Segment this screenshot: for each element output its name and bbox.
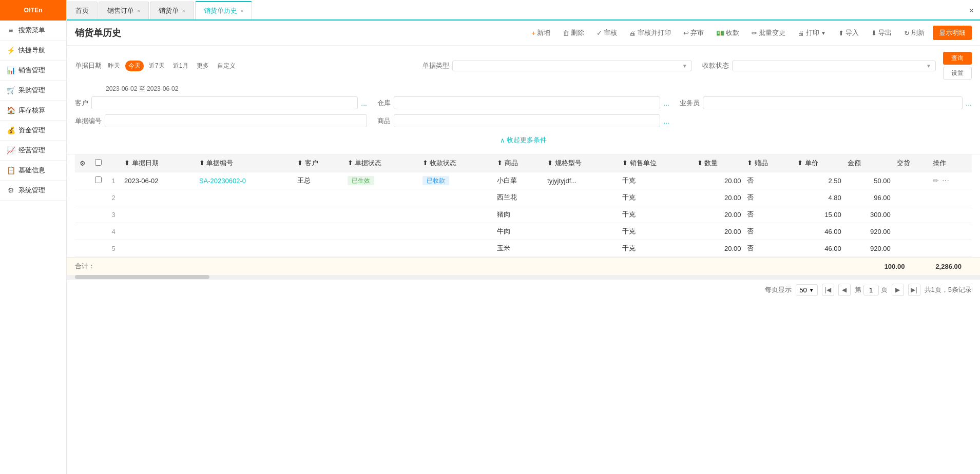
edit-action-icon[interactable]: ✏ — [933, 176, 939, 185]
row-amount: 920.00 — [844, 223, 894, 240]
query-button[interactable]: 查询 — [943, 52, 972, 65]
sidebar-item-finance-mgmt[interactable]: 💰 资金管理 — [0, 121, 66, 141]
delete-button[interactable]: 🗑 删除 — [559, 26, 588, 40]
page-number-input[interactable] — [863, 285, 879, 295]
horizontal-scrollbar[interactable] — [67, 275, 980, 279]
add-button[interactable]: + 新增 — [528, 26, 555, 40]
sidebar-item-sys-mgmt[interactable]: ⚙ 系统管理 — [0, 181, 66, 201]
date-tag-1month[interactable]: 近1月 — [170, 61, 192, 71]
row-check-cell[interactable] — [90, 240, 106, 257]
window-close-button[interactable]: × — [963, 2, 980, 19]
th-customer-label: ⬆ 客户 — [297, 159, 318, 167]
th-gear[interactable]: ⚙ — [75, 154, 90, 172]
doc-type-select[interactable]: ▼ — [452, 61, 692, 71]
th-price[interactable]: ⬆ 单价 — [794, 154, 844, 172]
import-button[interactable]: ⬆ 导入 — [834, 26, 863, 40]
sidebar-item-quick-nav[interactable]: ⚡ 快捷导航 — [0, 41, 66, 61]
product-input[interactable] — [394, 114, 660, 127]
customer-input[interactable] — [91, 96, 358, 109]
last-page-button[interactable]: ▶| — [908, 284, 920, 296]
product-dots[interactable]: ... — [663, 117, 669, 125]
row-num: 2 — [106, 189, 121, 206]
audit-button[interactable]: ✓ 审核 — [592, 26, 621, 40]
print-dropdown-icon: ▼ — [821, 30, 826, 36]
row-docno[interactable]: SA-20230602-0 — [196, 172, 294, 189]
first-page-button[interactable]: |◀ — [822, 284, 834, 296]
docno-input[interactable] — [105, 114, 367, 127]
salesperson-dots[interactable]: ... — [966, 99, 972, 107]
export-button[interactable]: ⬇ 导出 — [867, 26, 896, 40]
sidebar-item-purchase-mgmt[interactable]: 🛒 采购管理 — [0, 81, 66, 101]
search-menu-icon: ≡ — [6, 26, 15, 35]
salesperson-input[interactable] — [703, 96, 963, 109]
th-gift[interactable]: ⬆ 赠品 — [744, 154, 794, 172]
print-icon: 🖨 — [798, 29, 804, 37]
prev-page-button[interactable]: ◀ — [838, 284, 851, 296]
tab-home[interactable]: 首页 — [67, 2, 98, 19]
settings-button[interactable]: 设置 — [943, 67, 972, 80]
close-sales-delivery-tab[interactable]: × — [182, 8, 185, 14]
th-qty[interactable]: ⬆ 数量 — [694, 154, 744, 172]
close-sales-history-tab[interactable]: × — [240, 8, 243, 14]
filter-salesperson-item: 业务员 ... — [680, 96, 972, 109]
payment-status-select[interactable]: ▼ — [732, 61, 936, 71]
next-page-button[interactable]: ▶ — [892, 284, 904, 296]
th-unit[interactable]: ⬆ 销售单位 — [619, 154, 694, 172]
scrollbar-thumb[interactable] — [75, 275, 209, 279]
show-details-button[interactable]: 显示明细 — [933, 26, 972, 40]
filter-doc-type-item: 单据类型 ▼ — [422, 61, 692, 71]
th-amount: 金额 — [844, 154, 894, 172]
abandon-button[interactable]: ↩ 弃审 — [679, 26, 708, 40]
audit-label: 审核 — [604, 28, 617, 37]
tab-sales-order[interactable]: 销售订单 × — [99, 2, 149, 19]
th-pay-status[interactable]: ⬆ 收款状态 — [419, 154, 494, 172]
th-customer[interactable]: ⬆ 客户 — [294, 154, 344, 172]
close-sales-order-tab[interactable]: × — [137, 8, 140, 14]
audit-icon: ✓ — [597, 29, 602, 37]
purchase-icon: 🛒 — [6, 86, 15, 95]
th-date[interactable]: ⬆ 单据日期 — [121, 154, 196, 172]
print-button[interactable]: 🖨 打印 ▼ — [794, 26, 830, 40]
more-action-icon[interactable]: ⋯ — [942, 176, 949, 185]
date-tag-7days[interactable]: 近7天 — [146, 61, 168, 71]
row-check-cell[interactable] — [90, 189, 106, 206]
sidebar-item-search-menu[interactable]: ≡ 搜索菜单 — [0, 21, 66, 41]
row-check-cell[interactable] — [90, 206, 106, 223]
batch-change-button[interactable]: ✏ 批量变更 — [747, 26, 790, 40]
sidebar-item-inventory[interactable]: 🏠 库存核算 — [0, 101, 66, 121]
row-check-cell[interactable] — [90, 172, 106, 189]
th-doc-status[interactable]: ⬆ 单据状态 — [344, 154, 419, 172]
warehouse-dots[interactable]: ... — [663, 99, 669, 107]
row-check-cell[interactable] — [90, 223, 106, 240]
page-size-select[interactable]: 50 ▼ — [796, 284, 817, 296]
collapse-button[interactable]: ∧ 收起更多条件 — [75, 132, 972, 148]
row-checkbox[interactable] — [95, 176, 102, 183]
pagination: 每页显示 50 ▼ |◀ ◀ 第 页 ▶ ▶| 共1页，5条记录 — [67, 279, 980, 300]
docno-link[interactable]: SA-20230602-0 — [199, 177, 246, 185]
sidebar-item-operations[interactable]: 📈 经营管理 — [0, 141, 66, 161]
main-area: 首页 销售订单 × 销货单 × 销货单历史 × × 销货单历史 + 新增 — [67, 0, 980, 474]
date-tag-custom[interactable]: 自定义 — [214, 61, 239, 71]
collect-button[interactable]: 💵 收款 — [712, 26, 743, 40]
date-tag-today[interactable]: 今天 — [125, 61, 144, 71]
th-check[interactable] — [90, 154, 106, 172]
date-tag-more[interactable]: 更多 — [194, 61, 212, 71]
row-actions — [930, 240, 972, 257]
row-product: 小白菜 — [494, 172, 544, 189]
export-icon: ⬇ — [871, 29, 877, 37]
date-tag-yesterday[interactable]: 昨天 — [105, 61, 123, 71]
th-spec[interactable]: ⬆ 规格型号 — [544, 154, 619, 172]
sidebar-item-basic-info[interactable]: 📋 基础信息 — [0, 161, 66, 181]
th-product[interactable]: ⬆ 商品 — [494, 154, 544, 172]
audit-print-button[interactable]: 🖨 审核并打印 — [625, 26, 675, 40]
customer-dots[interactable]: ... — [361, 99, 367, 107]
row-gift: 否 — [744, 206, 794, 223]
sidebar-item-sales-mgmt[interactable]: 📊 销售管理 — [0, 61, 66, 81]
row-docno — [196, 223, 294, 240]
warehouse-input[interactable] — [394, 96, 660, 109]
tab-sales-history[interactable]: 销货单历史 × — [195, 1, 252, 19]
refresh-button[interactable]: ↻ 刷新 — [900, 26, 929, 40]
th-docno[interactable]: ⬆ 单据编号 — [196, 154, 294, 172]
tab-sales-delivery[interactable]: 销货单 × — [150, 2, 194, 19]
select-all-checkbox[interactable] — [95, 159, 102, 166]
